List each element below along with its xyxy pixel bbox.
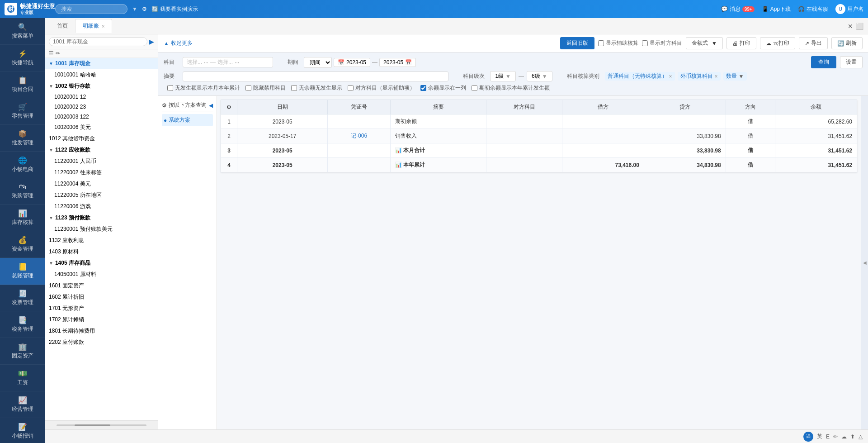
edit-icon[interactable]: ✏ [56,50,60,57]
tree-item-1123[interactable]: ▼ 1123 预付账款 [45,212,158,224]
checkbox-period-cum[interactable]: 期初余额显示本年累计发生额 [472,84,550,92]
sidebar-item-inventory[interactable]: 📊 库存核算 [0,205,45,231]
tree-item-2202[interactable]: 2202 应付账款 [45,337,158,348]
tree-item-11220005[interactable]: 11220005 所在地区 [45,190,158,201]
tag-close-1[interactable]: × [669,73,672,80]
tree-item-1001[interactable]: ▼ 1001 库存现金 [45,58,158,69]
tab-home[interactable]: 首页 [50,19,75,33]
checkbox-one-col-input[interactable] [420,85,426,91]
show-aux-checkbox[interactable]: 显示辅助核算 [598,39,638,47]
account-tree-search[interactable] [49,37,147,46]
tree-item-11230001[interactable]: 11230001 预付账款美元 [45,224,158,235]
sidebar-item-sales[interactable]: 📝 小畅报销 [0,418,45,443]
tree-item-11220006[interactable]: 11220006 游戏 [45,201,158,212]
bottom-triangle-icon[interactable]: △ [859,433,863,440]
checkbox-one-col[interactable]: 余额显示在一列 [420,84,466,92]
tree-item-11220001[interactable]: 11220001 人民币 [45,156,158,167]
user-avatar[interactable]: U 用户名 [835,4,863,14]
bottom-e-icon[interactable]: E [826,433,830,440]
cloud-print-btn[interactable]: ☁ 云打印 [760,37,795,49]
bottom-cloud-icon[interactable]: ☁ [841,433,847,440]
tree-item-10020006[interactable]: 10020006 美元 [45,122,158,133]
tree-item-10020002[interactable]: 10020002 23 [45,102,158,112]
checkbox-contra-input[interactable] [348,85,354,91]
tree-item-1403[interactable]: 1403 原材料 [45,246,158,257]
bottom-upload-icon[interactable]: ⬆ [850,433,855,440]
sidebar-item-wholesale[interactable]: 📦 批发管理 [0,125,45,152]
category-tag-1[interactable]: 普通科目（无特殊核算） × [605,72,675,81]
collapse-icon[interactable]: ◀ [209,102,213,109]
tree-item-1702[interactable]: 1702 累计摊销 [45,314,158,325]
sidebar-item-assets[interactable]: 🏢 固定资产 [0,338,45,365]
gear-icon[interactable]: ⚙ [142,6,147,12]
tree-item-1602[interactable]: 1602 累计折旧 [45,291,158,303]
col-settings[interactable]: ⚙ [221,100,237,114]
sidebar-item-capital[interactable]: 💰 资金管理 [0,231,45,258]
show-contra-input[interactable] [642,40,648,46]
sidebar-item-operations[interactable]: 📈 经营管理 [0,391,45,418]
filter-icon[interactable]: ☰ [49,50,54,57]
period-type-select[interactable]: 期间 [304,57,332,68]
query-option-system[interactable]: ● 系统方案 [162,114,213,126]
tree-item-14050001[interactable]: 14050001 原材料 [45,269,158,280]
refresh-btn[interactable]: 🔄 刷新 [831,37,863,49]
tab-close-btn[interactable]: ✕ [848,23,853,30]
tree-item-11220002[interactable]: 11220002 往来标签 [45,167,158,178]
sidebar-item-retail[interactable]: 🛒 零售管理 [0,98,45,125]
checkbox-period-cum-input[interactable] [472,85,477,91]
query-btn[interactable]: 查询 [811,56,836,68]
sidebar-item-tax[interactable]: 📑 税务管理 [0,311,45,338]
sidebar-item-quick[interactable]: ⚡ 快捷导航 [0,45,45,71]
return-old-btn[interactable]: 返回旧版 [560,37,594,49]
checkbox-no-balance[interactable]: 无发生额显示本月本年累计 [167,84,240,92]
tab-maximize-btn[interactable]: ⬜ [856,23,863,30]
tree-item-1801[interactable]: 1801 长期待摊费用 [45,325,158,337]
sidebar-item-project[interactable]: 📋 项目合同 [0,71,45,98]
voucher-link-2[interactable]: 记-006 [351,133,367,139]
chevron-right-icon[interactable]: ▶ [149,38,154,45]
export-btn[interactable]: ↗ 导出 [799,37,828,49]
tag-close-2[interactable]: × [715,73,718,80]
demo-link[interactable]: 🔄 我要看实例演示 [151,5,198,13]
tree-item-1122[interactable]: ▼ 1122 应收账款 [45,144,158,156]
print-btn[interactable]: 🖨 打印 [726,37,756,49]
settings-query-icon[interactable]: ⚙ [162,102,167,109]
sidebar-item-ecommerce[interactable]: 🌐 小畅电商 [0,152,45,178]
sidebar-item-search[interactable]: 🔍 搜索菜单 [0,18,45,45]
tree-item-1701[interactable]: 1701 无形资产 [45,303,158,314]
tab-detail[interactable]: 明细账 × [75,19,112,33]
tree-scroll[interactable]: ▼ 1001 库存现金 10010001 哈哈哈 ▼ 1002 银行存款 100… [45,58,158,420]
online-service-btn[interactable]: 🎧 在线客服 [798,5,828,13]
right-collapse-panel[interactable]: ◀ [861,96,868,429]
bottom-icon-translate[interactable]: 译 [803,432,813,442]
tree-item-1405[interactable]: ▼ 1405 库存商品 [45,257,158,269]
settings-btn[interactable]: 设置 [840,56,863,68]
tree-item-1012[interactable]: 1012 其他货币资金 [45,133,158,144]
app-download-btn[interactable]: 📱 App下载 [762,5,791,13]
tree-item-1132[interactable]: 1132 应收利息 [45,235,158,246]
sidebar-item-invoice[interactable]: 🧾 发票管理 [0,285,45,311]
checkbox-hide-disabled[interactable]: 隐藏禁用科目 [245,84,286,92]
amount-format-btn[interactable]: 金额式 ▼ [686,37,723,49]
bottom-edit-icon[interactable]: ✏ [833,433,838,440]
tree-item-10020001[interactable]: 10020001 12 [45,92,158,102]
checkbox-contra[interactable]: 对方科目（显示辅助项） [348,84,415,92]
sidebar-item-accounting[interactable]: 📒 总账管理 [0,258,45,285]
sidebar-item-salary[interactable]: 💵 工资 [0,365,45,391]
show-contra-checkbox[interactable]: 显示对方科目 [642,39,682,47]
checkbox-no-balance2[interactable]: 无余额无发生显示 [291,84,342,92]
tab-detail-close[interactable]: × [102,24,104,29]
tree-item-1002[interactable]: ▼ 1002 银行存款 [45,81,158,92]
tree-item-10020003[interactable]: 10020003 122 [45,112,158,122]
sidebar-item-purchase[interactable]: 🛍 采购管理 [0,178,45,205]
category-tag-2[interactable]: 外币核算科目 × [678,72,721,81]
global-search-input[interactable] [55,4,127,14]
messages-btn[interactable]: 💬 消息 99+ [721,5,755,13]
chevron-down-icon[interactable]: ▼ [132,6,137,12]
checkbox-no-balance2-input[interactable] [291,85,297,91]
quantity-tag[interactable]: 数量 ▼ [723,72,747,81]
summary-input[interactable] [183,71,448,81]
checkbox-no-balance-input[interactable] [167,85,173,91]
tree-item-1601[interactable]: 1601 固定资产 [45,280,158,291]
more-options-toggle[interactable]: ▲ 收起更多 [164,39,193,47]
